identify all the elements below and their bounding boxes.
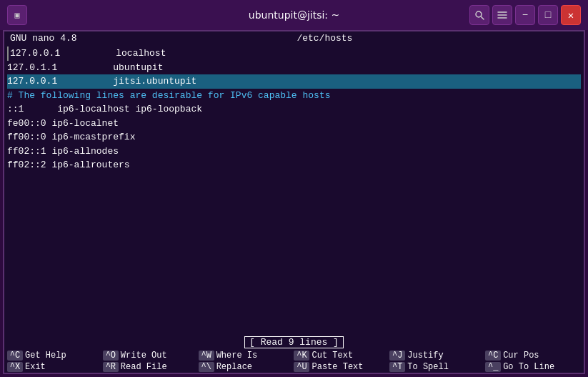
key-ctrl-r: ^R	[103, 362, 119, 372]
label-get-help: Get Help	[25, 351, 66, 361]
editor-line-3: 127.0.0.1 jitsi.ubuntupit	[7, 74, 581, 89]
editor-line-2: 127.0.1.1 ubuntupit	[7, 61, 581, 75]
key-ctrl-c-cur: ^C	[485, 351, 501, 361]
status-badge: [ Read 9 lines ]	[244, 336, 344, 348]
menu-button[interactable]	[492, 5, 512, 25]
editor-line-9: ff02::2 ip6-allrouters	[7, 158, 581, 172]
key-ctrl-t: ^T	[389, 362, 405, 372]
key-ctrl-backslash: ^\	[199, 362, 214, 372]
key-ctrl-u: ^U	[294, 362, 309, 372]
close-button[interactable]: ✕	[561, 5, 581, 25]
key-ctrl-o: ^O	[103, 351, 119, 361]
terminal-window: ▣ ubuntupit@jitsi: ~ −	[0, 0, 588, 377]
nano-editor: GNU nano 4.8 /etc/hosts 127.0.0.1 localh…	[3, 30, 585, 374]
label-exit: Exit	[25, 362, 46, 372]
shortcut-read-file: ^R Read File	[103, 362, 196, 372]
editor-line-7: ff00::0 ip6-mcastprefix	[7, 130, 581, 145]
shortcut-cur-pos: ^C Cur Pos	[485, 351, 578, 361]
key-ctrl-c-help: ^C	[7, 351, 23, 361]
shortcut-paste-text: ^U Paste Text	[294, 362, 387, 372]
shortcut-bar-row2: ^X Exit ^R Read File ^\ Replace ^U Paste…	[4, 361, 584, 373]
shortcut-justify: ^J Justify	[389, 351, 482, 361]
label-go-to-line: Go To Line	[503, 362, 554, 372]
terminal-icon[interactable]: ▣	[7, 5, 27, 25]
editor-line-8: ff02::1 ip6-allnodes	[7, 145, 581, 159]
search-button[interactable]	[469, 5, 489, 25]
editor-line-1: 127.0.0.1 localhost	[7, 46, 581, 61]
shortcut-replace: ^\ Replace	[199, 362, 291, 372]
title-bar-left: ▣	[7, 5, 27, 25]
shortcut-write-out: ^O Write Out	[103, 351, 196, 361]
label-to-spell: To Spell	[407, 362, 449, 372]
nano-status-bar: [ Read 9 lines ]	[4, 335, 584, 350]
label-replace: Replace	[216, 362, 252, 372]
label-read-file: Read File	[121, 362, 167, 372]
editor-line-6: fe00::0 ip6-localnet	[7, 117, 581, 131]
label-cut-text: Cut Text	[312, 351, 353, 361]
minimize-button[interactable]: −	[515, 5, 535, 25]
window-title: ubuntupit@jitsi: ~	[249, 9, 339, 21]
key-ctrl-w: ^W	[199, 351, 214, 361]
key-ctrl-underscore: ^_	[485, 362, 501, 372]
shortcut-exit: ^X Exit	[7, 362, 100, 372]
shortcut-cut-text: ^K Cut Text	[294, 351, 387, 361]
label-justify: Justify	[407, 351, 443, 361]
label-write-out: Write Out	[121, 351, 167, 361]
title-bar: ▣ ubuntupit@jitsi: ~ −	[0, 0, 588, 30]
shortcut-to-spell: ^T To Spell	[389, 362, 482, 372]
restore-button[interactable]: □	[538, 5, 558, 25]
nano-filepath: /etc/hosts	[297, 33, 352, 44]
nano-version: GNU nano 4.8	[10, 33, 77, 44]
label-where-is: Where Is	[216, 351, 258, 361]
label-cur-pos: Cur Pos	[503, 351, 539, 361]
shortcut-where-is: ^W Where Is	[199, 351, 291, 361]
nano-header-right	[572, 33, 578, 44]
label-paste-text: Paste Text	[312, 362, 363, 372]
key-ctrl-k: ^K	[294, 351, 309, 361]
shortcut-get-help: ^C Get Help	[7, 351, 100, 361]
nano-header: GNU nano 4.8 /etc/hosts	[4, 31, 584, 45]
shortcut-bar-row1: ^C Get Help ^O Write Out ^W Where Is ^K …	[4, 350, 584, 361]
shortcut-go-to-line: ^_ Go To Line	[485, 362, 578, 372]
editor-line-4: # The following lines are desirable for …	[7, 89, 581, 103]
key-ctrl-j: ^J	[389, 351, 405, 361]
editor-line-5: ::1 ip6-localhost ip6-loopback	[7, 102, 581, 117]
window-controls: − □ ✕	[469, 5, 581, 25]
editor-content[interactable]: 127.0.0.1 localhost 127.0.1.1 ubuntupit …	[4, 45, 584, 335]
svg-point-0	[476, 11, 482, 17]
svg-line-1	[482, 17, 484, 20]
key-ctrl-x: ^X	[7, 362, 23, 372]
